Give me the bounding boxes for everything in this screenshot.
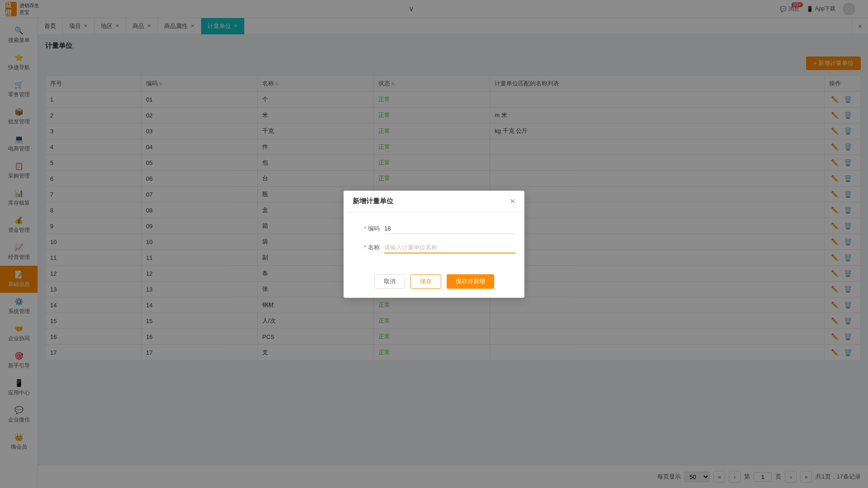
modal-footer: 取消 保存 保存并新增 xyxy=(344,269,524,298)
modal-title: 新增计量单位 xyxy=(353,197,393,206)
modal-overlay: 新增计量单位 ✕ 编码 名称 取消 保存 保存并新增 xyxy=(0,0,868,488)
name-form-row: 名称 xyxy=(353,242,515,253)
modal-body: 编码 名称 xyxy=(344,212,524,269)
save-button[interactable]: 保存 xyxy=(410,274,441,289)
name-input[interactable] xyxy=(384,242,515,253)
cancel-button[interactable]: 取消 xyxy=(374,274,405,289)
modal-close-btn[interactable]: ✕ xyxy=(509,197,515,206)
name-label: 名称 xyxy=(353,244,380,252)
save-and-new-button[interactable]: 保存并新增 xyxy=(447,274,494,289)
modal-header: 新增计量单位 ✕ xyxy=(344,191,524,212)
code-input[interactable] xyxy=(384,223,515,234)
code-label: 编码 xyxy=(353,225,380,233)
code-form-row: 编码 xyxy=(353,223,515,234)
modal: 新增计量单位 ✕ 编码 名称 取消 保存 保存并新增 xyxy=(344,191,524,298)
